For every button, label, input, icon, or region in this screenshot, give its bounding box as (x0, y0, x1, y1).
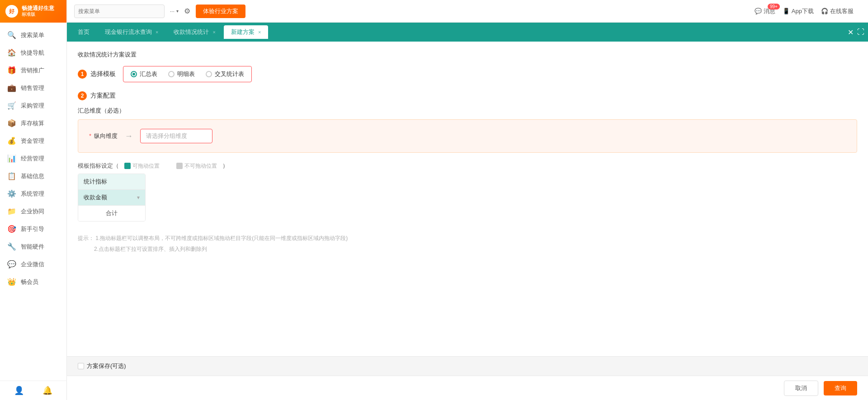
sidebar-bottom-left[interactable]: 👤 (14, 386, 24, 395)
sidebar-item-label: 经营管理 (21, 155, 44, 163)
metrics-header: 统计指标 (78, 174, 145, 190)
sidebar-bottom-right[interactable]: 🔔 (42, 386, 52, 395)
save-plan-checkbox[interactable]: 方案保存(可选) (78, 362, 126, 370)
bottom-bar: 取消 查询 (67, 376, 868, 400)
sidebar-item-label: 系统管理 (21, 190, 44, 198)
briefcase-icon: 💼 (7, 84, 16, 92)
tab-receipt-close[interactable]: × (212, 29, 215, 35)
non-draggable-icon (176, 163, 183, 169)
service-icon: 🎧 (821, 8, 828, 14)
tab-home[interactable]: 首页 (71, 25, 97, 39)
sidebar-item-management[interactable]: 📊 经营管理 (0, 150, 66, 167)
dimension-area: * 纵向维度 → 请选择分组维度 (78, 119, 857, 153)
hint-2-text: 2.点击标题栏下拉可设置排序、插入列和删除列 (94, 246, 207, 252)
gear-icon[interactable]: ⚙ (184, 7, 190, 15)
sidebar-item-label: 采购管理 (21, 102, 44, 110)
tab-cashflow[interactable]: 现金银行流水查询 × (98, 25, 165, 39)
sidebar-item-guide[interactable]: 🎯 新手引导 (0, 220, 66, 238)
sidebar-item-system[interactable]: ⚙️ 系统管理 (0, 185, 66, 202)
sidebar-item-label: 智能硬件 (21, 243, 44, 251)
dimension-row: * 纵向维度 → 请选择分组维度 (89, 129, 846, 143)
dropdown-label: ··· (170, 8, 175, 14)
tab-home-label: 首页 (78, 28, 90, 36)
money-icon: 💰 (7, 136, 16, 145)
plan-footer: 方案保存(可选) (67, 356, 868, 376)
search-input[interactable] (74, 5, 165, 18)
main-area: ··· ▾ ⚙ 体验行业方案 💬 消息 99+ 📱 App下载 🎧 在线客服 (67, 0, 868, 400)
radio-detail[interactable]: 明细表 (168, 70, 195, 78)
close-window-icon[interactable]: ✕ (848, 28, 854, 37)
message-icon: 💬 (755, 8, 762, 14)
tab-cashflow-close[interactable]: × (156, 29, 158, 35)
metrics-section: 模板指标设定（ 可拖动位置 不可拖动位置 ） (78, 162, 857, 223)
service-button[interactable]: 🎧 在线客服 (821, 7, 854, 15)
hint-1-text: 1.拖动标题栏可以调整布局，不可跨维度或指标区域拖动栏目字段(只能在同一维度或指… (95, 235, 348, 241)
sidebar-logo: 好 畅捷通好生意 标准版 (0, 0, 66, 23)
app-name: 畅捷通好生意 (22, 5, 54, 11)
notification-button[interactable]: 💬 消息 99+ (755, 7, 775, 15)
sidebar-item-label: 快捷导航 (21, 49, 44, 57)
metrics-column-label: 收款金额 (84, 193, 107, 202)
arrow-right-icon: → (125, 132, 133, 141)
radio-summary-label: 汇总表 (140, 70, 157, 78)
step2-header: 2 方案配置 (78, 91, 857, 100)
sidebar-item-wechat[interactable]: 💬 企业微信 (0, 255, 66, 273)
download-icon: 📱 (783, 8, 790, 14)
download-label: App下载 (792, 7, 814, 15)
page-content: 收款情况统计方案设置 1 选择模板 汇总表 (67, 42, 868, 356)
sidebar-item-marketing[interactable]: 🎁 营销推广 (0, 61, 66, 79)
sidebar-item-member[interactable]: 👑 畅会员 (0, 273, 66, 291)
radio-cross[interactable]: 交叉统计表 (206, 70, 244, 78)
app-logo-icon: 好 (5, 5, 18, 18)
trial-button[interactable]: 体验行业方案 (196, 5, 245, 18)
sidebar-item-inventory[interactable]: 📦 库存核算 (0, 114, 66, 132)
tab-new-plan-label: 新建方案 (231, 28, 255, 36)
sidebar-item-label: 新手引导 (21, 225, 44, 233)
non-draggable-indicator: 不可拖动位置 (176, 162, 217, 170)
cancel-button[interactable]: 取消 (784, 381, 818, 396)
hint-prefix: 提示： (78, 235, 94, 241)
target-icon: 🎯 (7, 225, 16, 233)
page-inner: 收款情况统计方案设置 1 选择模板 汇总表 (67, 42, 868, 356)
step1-header: 1 选择模板 汇总表 明细表 (78, 66, 857, 82)
app-edition: 标准版 (22, 11, 54, 18)
metrics-dropdown-icon[interactable]: ▾ (137, 194, 140, 201)
tab-new-plan[interactable]: 新建方案 × (224, 25, 268, 39)
home-icon: 🏠 (7, 48, 16, 57)
sidebar-item-label: 企业协同 (21, 207, 44, 216)
tab-new-plan-close[interactable]: × (258, 29, 261, 35)
summary-dim-label: 汇总维度（必选） (78, 107, 857, 115)
sidebar-item-finance[interactable]: 💰 资金管理 (0, 132, 66, 150)
sidebar-item-quicknav[interactable]: 🏠 快捷导航 (0, 44, 66, 61)
download-button[interactable]: 📱 App下载 (783, 7, 814, 15)
tab-receipt[interactable]: 收款情况统计 × (166, 25, 222, 39)
sidebar-item-purchase[interactable]: 🛒 采购管理 (0, 97, 66, 114)
maximize-icon[interactable]: ⛶ (857, 28, 864, 37)
radio-detail-circle (168, 71, 175, 77)
metrics-column-header[interactable]: 收款金额 ▾ (78, 190, 145, 206)
clipboard-icon: 📋 (7, 172, 16, 180)
topbar-dropdown[interactable]: ··· ▾ (170, 8, 179, 14)
step2-number: 2 (78, 91, 87, 100)
step1-number: 1 (78, 70, 87, 79)
page-title: 收款情况统计方案设置 (78, 51, 857, 59)
search-icon: 🔍 (7, 31, 16, 39)
sidebar-item-collab[interactable]: 📁 企业协同 (0, 202, 66, 220)
sidebar-item-sales[interactable]: 💼 销售管理 (0, 79, 66, 97)
dimension-subsection: 汇总维度（必选） * 纵向维度 → 请选择分组维度 (78, 107, 857, 153)
radio-summary[interactable]: 汇总表 (131, 70, 157, 78)
sidebar-item-basic-info[interactable]: 📋 基础信息 (0, 167, 66, 185)
metrics-config-label: 模板指标设定（ 可拖动位置 不可拖动位置 ） (78, 162, 857, 170)
topbar: ··· ▾ ⚙ 体验行业方案 💬 消息 99+ 📱 App下载 🎧 在线客服 (67, 0, 868, 23)
radio-detail-label: 明细表 (177, 70, 195, 78)
hint-2: 2.点击标题栏下拉可设置排序、插入列和删除列 (78, 245, 857, 254)
query-button[interactable]: 查询 (824, 381, 857, 395)
box-icon: 📦 (7, 119, 16, 127)
save-plan-label: 方案保存(可选) (87, 362, 126, 370)
sidebar-item-hardware[interactable]: 🔧 智能硬件 (0, 238, 66, 255)
chat-icon: 💬 (7, 260, 16, 268)
radio-summary-circle (131, 71, 137, 77)
sidebar-item-search[interactable]: 🔍 搜索菜单 (0, 26, 66, 44)
dimension-selector[interactable]: 请选择分组维度 (140, 129, 212, 143)
topbar-right: 💬 消息 99+ 📱 App下载 🎧 在线客服 (755, 7, 861, 15)
